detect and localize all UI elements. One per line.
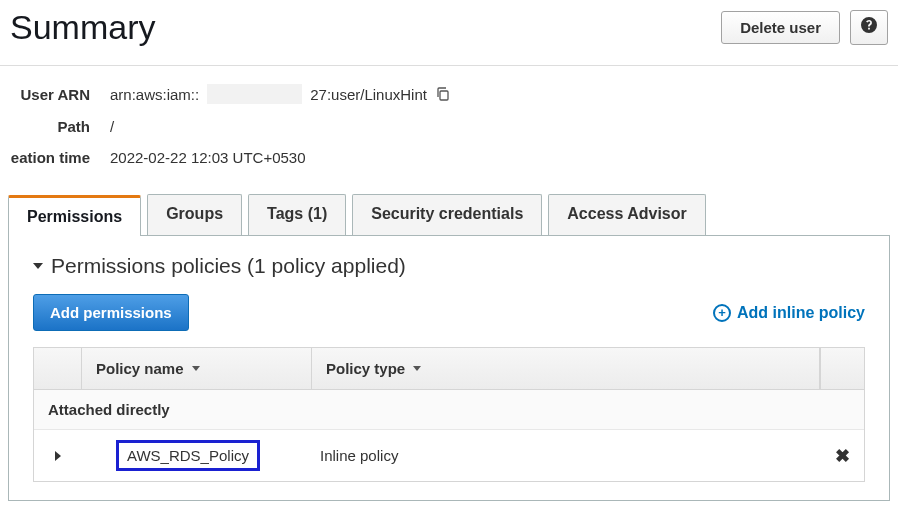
policy-name-cell[interactable]: AWS_RDS_Policy xyxy=(116,440,260,471)
tabs-bar: Permissions Groups Tags (1) Security cre… xyxy=(8,194,890,236)
caret-down-icon xyxy=(33,263,43,269)
caret-right-icon xyxy=(55,451,61,461)
column-action xyxy=(820,348,864,389)
arn-prefix: arn:aws:iam:: xyxy=(110,86,199,103)
close-icon: ✖ xyxy=(835,446,850,466)
arn-redacted xyxy=(207,84,302,104)
group-attached-directly: Attached directly xyxy=(34,390,864,430)
sort-icon xyxy=(192,366,200,371)
svg-rect-0 xyxy=(440,91,448,100)
add-permissions-button[interactable]: Add permissions xyxy=(33,294,189,331)
copy-icon[interactable] xyxy=(435,86,451,102)
section-title: Permissions policies (1 policy applied) xyxy=(51,254,406,278)
add-inline-label: Add inline policy xyxy=(737,304,865,322)
column-expand xyxy=(34,348,82,389)
page-title: Summary xyxy=(10,8,155,47)
policy-type-cell: Inline policy xyxy=(312,447,820,464)
tab-security-credentials[interactable]: Security credentials xyxy=(352,194,542,235)
tab-permissions[interactable]: Permissions xyxy=(8,195,141,236)
help-icon xyxy=(861,17,877,33)
expand-row-button[interactable] xyxy=(34,451,82,461)
sort-icon xyxy=(413,366,421,371)
add-inline-policy-link[interactable]: + Add inline policy xyxy=(713,304,865,322)
section-header[interactable]: Permissions policies (1 policy applied) xyxy=(33,254,865,278)
arn-suffix: 27:user/LinuxHint xyxy=(310,86,427,103)
creation-time-value: 2022-02-22 12:03 UTC+0530 xyxy=(110,149,306,166)
tab-groups[interactable]: Groups xyxy=(147,194,242,235)
plus-icon: + xyxy=(713,304,731,322)
delete-user-button[interactable]: Delete user xyxy=(721,11,840,44)
tab-tags[interactable]: Tags (1) xyxy=(248,194,346,235)
column-policy-type[interactable]: Policy type xyxy=(312,348,820,389)
column-policy-name[interactable]: Policy name xyxy=(82,348,312,389)
path-label: Path xyxy=(10,118,110,135)
arn-label: User ARN xyxy=(10,86,110,103)
table-row: AWS_RDS_Policy Inline policy ✖ xyxy=(34,430,864,481)
remove-policy-button[interactable]: ✖ xyxy=(820,445,864,467)
help-button[interactable] xyxy=(850,10,888,45)
tab-access-advisor[interactable]: Access Advisor xyxy=(548,194,705,235)
creation-time-label: eation time xyxy=(10,149,110,166)
path-value: / xyxy=(110,118,114,135)
